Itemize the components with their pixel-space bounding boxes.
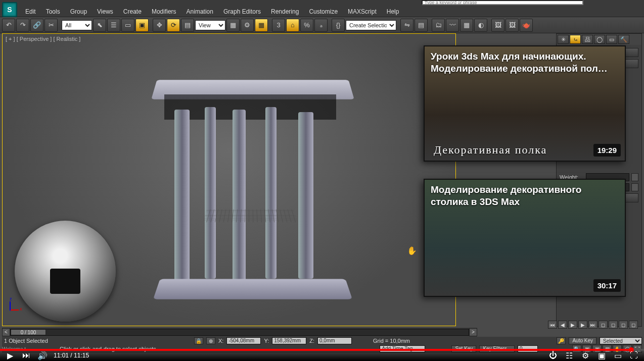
cp-create-icon[interactable]: ✳ (558, 35, 569, 44)
keyboard-shortcut-icon[interactable]: ▦ (255, 19, 268, 32)
material-editor-icon[interactable]: ◐ (474, 19, 487, 32)
prev-frame-icon[interactable]: ◀ (558, 321, 567, 329)
menu-edit[interactable]: Edit (20, 7, 41, 17)
video-player-controls: ▶ ⏭ 🔊 11:01 / 11:15 ⏻ ☷ ⚙ ▣ ▭ ⛶ (0, 350, 644, 361)
window-crossing-icon[interactable]: ▣ (135, 19, 149, 32)
perspective-viewport[interactable]: [ + ] [ Perspective ] [ Realistic ] x z … (2, 33, 456, 326)
weight-spinner-icon[interactable] (631, 173, 638, 181)
app-logo-icon[interactable]: S (2, 2, 17, 17)
redo-icon[interactable]: ↷ (16, 19, 29, 32)
layers-icon[interactable]: 🗂 (432, 19, 445, 32)
cp-modify-icon[interactable]: ⤿ (570, 35, 581, 44)
unlink-icon[interactable]: ✂ (44, 19, 58, 32)
select-manipulate-icon[interactable]: ⚙ (241, 19, 254, 32)
lock-selection-icon[interactable]: 🔒 (194, 337, 203, 344)
settings-gear-icon[interactable]: ⚙ (580, 350, 590, 360)
goto-start-icon[interactable]: ⏮ (548, 321, 557, 329)
captions-icon[interactable]: ☷ (564, 350, 574, 360)
video-duration: 30:17 (593, 279, 621, 292)
cp-motion-icon[interactable]: ◯ (594, 35, 605, 44)
menu-modifiers[interactable]: Modifiers (147, 7, 181, 17)
percent-snap-icon[interactable]: % (300, 19, 313, 32)
align-icon[interactable]: ▤ (415, 19, 428, 32)
menu-animation[interactable]: Animation (181, 7, 218, 17)
undo-icon[interactable]: ↶ (2, 19, 15, 32)
grid-readout: Grid = 10,0mm (373, 338, 410, 344)
play-icon[interactable]: ▶ (5, 350, 15, 360)
nav-3-icon[interactable]: ◻ (619, 321, 628, 329)
snap-3-icon[interactable]: 3 (272, 19, 285, 32)
menu-help[interactable]: Help (382, 7, 404, 17)
select-object-icon[interactable]: ⬉ (93, 19, 106, 32)
search-input[interactable] (422, 0, 583, 5)
x-label: X: (218, 338, 223, 344)
cp-utilities-icon[interactable]: 🔨 (618, 35, 629, 44)
y-label: Y: (264, 338, 269, 344)
presenter-avatar (15, 221, 116, 322)
menu-create[interactable]: Create (118, 7, 147, 17)
menu-maxscript[interactable]: MAXScript (343, 7, 382, 17)
nav-4-icon[interactable]: ◻ (629, 321, 638, 329)
spinner-snap-icon[interactable]: ₐ (314, 19, 328, 32)
menu-customize[interactable]: Customize (304, 7, 343, 17)
schematic-icon[interactable]: ▦ (460, 19, 473, 32)
link-icon[interactable]: 🔗 (30, 19, 43, 32)
absolute-transform-icon[interactable]: ⊕ (206, 337, 215, 344)
mirror-icon[interactable]: ⇋ (400, 19, 413, 32)
miniplayer-icon[interactable]: ▣ (596, 350, 607, 360)
time-thumb[interactable]: 0 / 100 (11, 329, 46, 335)
play-anim-icon[interactable]: ▶ (568, 321, 577, 329)
curve-editor-icon[interactable]: 〰 (446, 19, 459, 32)
goto-end-icon[interactable]: ⏭ (588, 321, 597, 329)
video-title: Моделирование декоративного столика в 3D… (431, 184, 619, 208)
nav-2-icon[interactable]: ◻ (609, 321, 618, 329)
select-scale-icon[interactable]: ▤ (181, 19, 194, 32)
named-selection-select[interactable]: Create Selection Se (346, 20, 396, 30)
cp-display-icon[interactable]: ▭ (606, 35, 617, 44)
time-slider[interactable]: < 0 / 100 > (2, 328, 477, 337)
menu-group[interactable]: Group (65, 7, 92, 17)
volume-icon[interactable]: 🔊 (37, 350, 48, 360)
edit-named-sel-icon[interactable]: {} (332, 19, 345, 32)
selection-filter-select[interactable]: All (62, 20, 92, 30)
angle-snap-icon[interactable]: ⌂ (286, 19, 299, 32)
menu-grapheditors[interactable]: Graph Editors (218, 7, 266, 17)
time-prev-icon[interactable]: < (2, 328, 10, 336)
next-video-icon[interactable]: ⏭ (21, 350, 31, 360)
select-region-icon[interactable]: ▭ (121, 19, 134, 32)
autokey-button[interactable]: Auto Key (569, 337, 596, 344)
nav-1-icon[interactable]: ◻ (599, 321, 608, 329)
menu-rendering[interactable]: Rendering (266, 7, 304, 17)
suggested-video-2[interactable]: Моделирование декоративного столика в 3D… (424, 179, 626, 297)
fullscreen-icon[interactable]: ⛶ (629, 350, 639, 360)
render-frame-icon[interactable]: 🖼 (505, 19, 519, 32)
use-pivot-icon[interactable]: ▦ (226, 19, 240, 32)
main-toolbar: ↶ ↷ 🔗 ✂ All ⬉ ☰ ▭ ▣ ✥ ⟳ ▤ View ▦ ⚙ ▦ 3 ⌂… (0, 17, 644, 33)
next-frame-icon[interactable]: ▶ (578, 321, 587, 329)
z-label: Z: (309, 338, 314, 344)
render-icon[interactable]: 🫖 (520, 19, 533, 32)
menu-tools[interactable]: Tools (41, 7, 65, 17)
autoplay-toggle-icon[interactable]: ⏻ (548, 350, 558, 360)
select-move-icon[interactable]: ✥ (153, 19, 166, 32)
key-mode-icon[interactable]: 🔑 (557, 337, 566, 344)
crease-spinner-icon[interactable] (631, 183, 638, 191)
time-next-icon[interactable]: > (469, 328, 477, 336)
video-caption: Декоративная полка (434, 143, 547, 157)
cp-hierarchy-icon[interactable]: 品 (582, 35, 593, 44)
y-field[interactable]: 158,392mm (272, 337, 306, 344)
menu-views[interactable]: Views (92, 7, 118, 17)
video-duration: 19:29 (593, 144, 621, 157)
select-by-name-icon[interactable]: ☰ (107, 19, 120, 32)
theater-icon[interactable]: ▭ (613, 350, 623, 360)
render-setup-icon[interactable]: 🖼 (491, 19, 504, 32)
select-rotate-icon[interactable]: ⟳ (167, 19, 180, 32)
z-field[interactable]: 0,0mm (317, 337, 352, 344)
video-time: 11:01 / 11:15 (54, 352, 89, 359)
refcoords-select[interactable]: View (195, 20, 225, 30)
viewport-label[interactable]: [ + ] [ Perspective ] [ Realistic ] (6, 36, 80, 42)
x-field[interactable]: -504,08mm (226, 337, 261, 344)
model-preview (144, 74, 361, 306)
keymode-select[interactable]: Selected (600, 337, 642, 344)
suggested-video-1[interactable]: Уроки 3ds Max для начинающих. Моделирова… (424, 45, 626, 162)
